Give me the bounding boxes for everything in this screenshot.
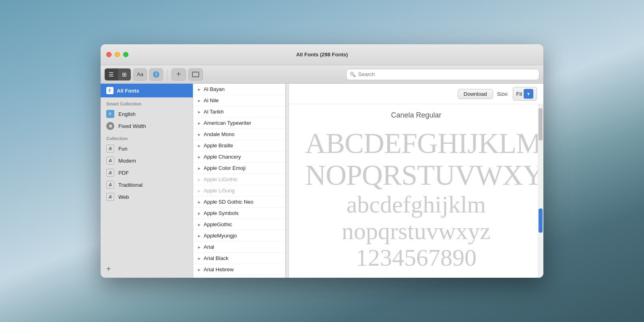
expand-triangle-icon: ▶ [198,212,201,215]
font-name-label: Arial [204,244,214,250]
toolbar: ☰ ⊞ Aa i + 🔍 [101,65,543,84]
preview-lowercase-2: nopqrstuvwxyz [305,218,527,244]
expand-triangle-icon: ▶ [198,88,201,91]
smart-collection-label: Smart Collection [101,97,193,108]
list-item[interactable]: ▶AppleMyungjo [193,230,285,242]
preview-uppercase-1: ABCDEFGHIJKLM [305,128,527,159]
preview-mode-button[interactable] [188,68,203,80]
scrollbar-track [538,104,543,278]
close-button[interactable] [106,52,111,57]
list-item[interactable]: ▶Apple LiGothic [193,174,285,185]
pdf-icon: A [106,169,114,177]
add-collection-button[interactable]: + [171,68,186,80]
expand-triangle-icon: ▶ [198,189,201,192]
preview-scrollbar[interactable] [538,104,543,278]
font-name-label: Apple Color Emoji [204,165,246,171]
list-view-button[interactable]: ☰ [105,68,118,80]
list-item[interactable]: ▶Apple Color Emoji [193,163,285,174]
info-button[interactable]: i [149,68,163,80]
list-item[interactable]: ▶Al Tarikh [193,106,285,118]
expand-triangle-icon: ▶ [198,223,201,226]
list-view-icon: ☰ [109,71,114,78]
list-item[interactable]: ▶Al Nile [193,95,285,106]
sidebar-item-modern[interactable]: A Modern [101,155,193,167]
font-name-label: Al Nile [204,97,219,103]
font-name-label: Apple Symbols [204,210,239,216]
english-icon: F [106,110,114,118]
view-toggle-group: ☰ ⊞ [105,68,131,80]
sidebar-item-pdf-label: PDF [118,170,129,176]
sidebar-item-english-label: English [118,111,136,117]
list-item[interactable]: ▶Arial Hebrew Scholar [193,275,285,278]
font-name-label: Arial Hebrew [204,266,233,272]
expand-triangle-icon: ▶ [198,155,201,159]
font-preview-button[interactable]: Aa [133,68,147,80]
expand-triangle-icon: ▶ [198,99,201,102]
size-label: Size: [497,91,509,97]
list-item[interactable]: ▶Apple LiSung [193,185,285,196]
search-box: 🔍 [346,69,539,80]
minimize-button[interactable] [115,52,120,57]
font-name-label: Apple Braille [204,142,233,149]
size-dropdown-arrow: ▼ [524,89,533,99]
grid-view-button[interactable]: ⊞ [118,68,131,80]
list-item[interactable]: ▶Apple SD Gothic Neo [193,196,285,208]
list-item[interactable]: ▶American Typewriter [193,118,285,129]
list-item[interactable]: ▶Arial Black [193,253,285,264]
sidebar: F All Fonts Smart Collection F English ⚙… [101,84,193,278]
list-item[interactable]: ▶Apple Symbols [193,208,285,219]
sidebar-item-pdf[interactable]: A PDF [101,167,193,179]
expand-triangle-icon: ▶ [198,144,201,147]
sidebar-bottom: + [101,260,193,278]
window-controls [106,52,128,57]
sidebar-item-fixed-width-label: Fixed Width [118,123,146,129]
sidebar-item-traditional[interactable]: A Traditional [101,179,193,191]
sidebar-item-fun[interactable]: A Fun [101,142,193,155]
list-item[interactable]: ▶AppleGothic [193,219,285,230]
preview-font-name: Canela Regular [391,111,441,120]
list-item[interactable]: ▶Arial [193,242,285,253]
expand-triangle-icon: ▶ [198,268,201,271]
list-item[interactable]: ▶Arial Hebrew [193,264,285,275]
size-selector[interactable]: Fit ▼ [513,87,537,101]
main-window: All Fonts (298 Fonts) ☰ ⊞ Aa i + 🔍 [101,44,543,278]
list-item[interactable]: ▶Apple Braille [193,140,285,151]
content-area: F All Fonts Smart Collection F English ⚙… [101,84,543,278]
expand-triangle-icon: ▶ [198,234,201,237]
maximize-button[interactable] [123,52,128,57]
expand-triangle-icon: ▶ [198,200,201,204]
expand-triangle-icon: ▶ [198,246,201,249]
plus-icon: + [176,70,181,79]
expand-triangle-icon: ▶ [198,257,201,260]
search-input[interactable] [358,71,536,77]
sidebar-item-fun-label: Fun [118,146,127,152]
list-item[interactable]: ▶Apple Chancery [193,151,285,163]
all-fonts-icon: F [106,87,114,94]
font-name-label: Al Bayan [204,86,225,92]
preview-icon [192,72,199,77]
search-icon: 🔍 [350,72,356,77]
sidebar-item-english[interactable]: F English [101,108,193,120]
preview-toolbar: Download Size: Fit ▼ [289,84,543,104]
grid-view-icon: ⊞ [122,71,127,78]
preview-lowercase-1: abcdefghijklm [305,191,527,218]
scrollbar-thumb-blue [539,208,543,233]
font-name-label: Arial Black [204,255,228,261]
traditional-icon: A [106,181,114,189]
font-name-label: Apple LiGothic [204,176,238,182]
sidebar-item-fixed-width[interactable]: ⚙ Fixed Width [101,120,193,132]
expand-triangle-icon: ▶ [198,122,201,125]
list-item[interactable]: ▶Al Bayan [193,84,285,95]
expand-triangle-icon: ▶ [198,167,201,170]
sidebar-add-button[interactable]: + [106,264,111,274]
preview-area: Download Size: Fit ▼ Canela Regular ABCD… [289,84,543,278]
sidebar-item-traditional-label: Traditional [118,182,142,188]
sidebar-item-web[interactable]: A Web [101,191,193,203]
scroll-divider [286,84,289,278]
download-button[interactable]: Download [458,89,493,99]
expand-triangle-icon: ▶ [198,133,201,136]
list-item[interactable]: ▶Andale Mono [193,129,285,140]
all-fonts-item[interactable]: F All Fonts [101,84,193,97]
sidebar-item-modern-label: Modern [118,158,136,164]
font-list[interactable]: ▶Al Bayan▶Al Nile▶Al Tarikh▶American Typ… [193,84,286,278]
